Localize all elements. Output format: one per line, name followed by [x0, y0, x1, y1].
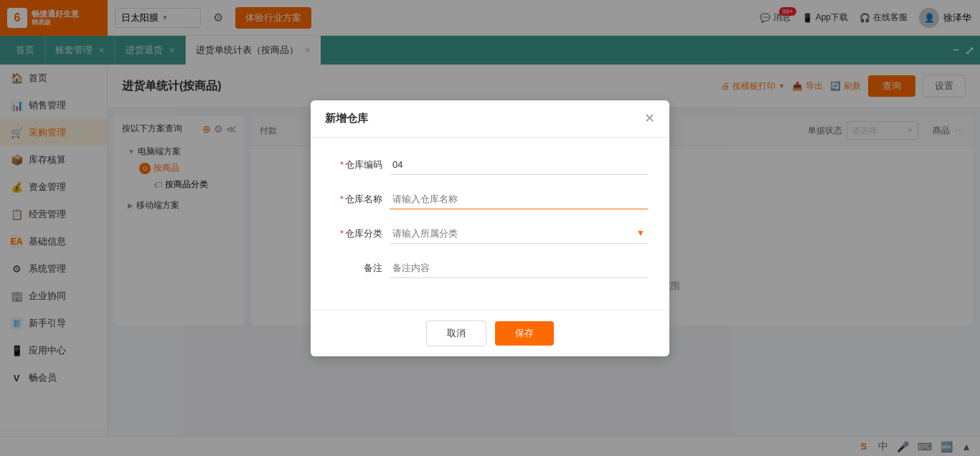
remark-input[interactable]	[390, 258, 648, 278]
warehouse-code-row: * 仓库编码	[332, 155, 648, 175]
cancel-button[interactable]: 取消	[426, 320, 486, 346]
modal-overlay[interactable]: 新增仓库 ✕ * 仓库编码 * 仓库名称	[0, 0, 980, 456]
warehouse-category-input[interactable]	[392, 228, 636, 239]
modal-close-button[interactable]: ✕	[644, 112, 655, 125]
add-warehouse-modal: 新增仓库 ✕ * 仓库编码 * 仓库名称	[311, 100, 669, 356]
modal-body: * 仓库编码 * 仓库名称 * 仓库分类	[311, 138, 669, 310]
warehouse-name-label: * 仓库名称	[332, 193, 382, 206]
warehouse-name-input[interactable]	[390, 189, 648, 209]
required-star: *	[340, 194, 344, 204]
warehouse-code-input[interactable]	[390, 155, 648, 175]
warehouse-category-label: * 仓库分类	[332, 227, 382, 240]
warehouse-code-label: * 仓库编码	[332, 158, 382, 171]
required-star: *	[340, 228, 344, 239]
modal-footer: 取消 保存	[311, 310, 669, 356]
dropdown-arrow-icon: ▼	[636, 228, 645, 238]
warehouse-category-select[interactable]: ▼	[390, 224, 648, 244]
warehouse-category-row: * 仓库分类 ▼	[332, 224, 648, 244]
save-button[interactable]: 保存	[495, 321, 554, 346]
remark-label: 备注	[332, 262, 382, 275]
required-star: *	[340, 159, 344, 170]
modal-header: 新增仓库 ✕	[311, 100, 669, 138]
remark-row: 备注	[332, 258, 648, 278]
warehouse-name-row: * 仓库名称	[332, 189, 648, 209]
modal-title: 新增仓库	[325, 112, 368, 125]
